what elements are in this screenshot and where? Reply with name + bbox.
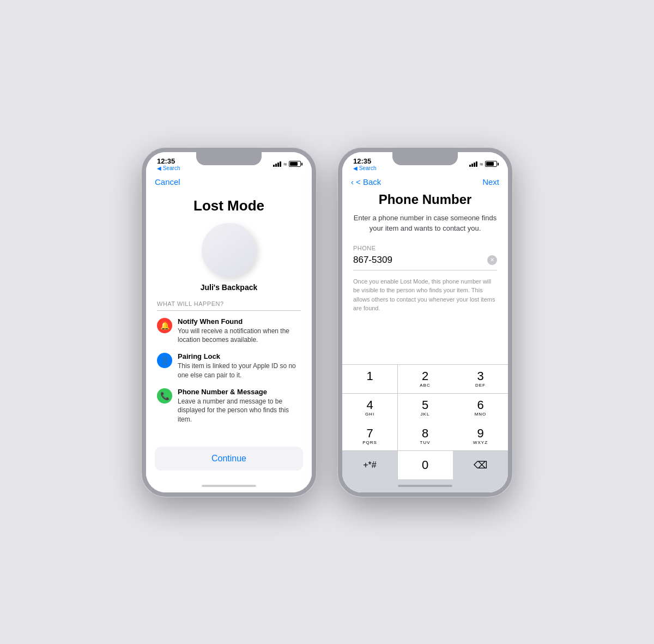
notch bbox=[196, 152, 262, 165]
status-icons-left: ≈ bbox=[273, 161, 301, 167]
keypad-grid: 1 2 ABC 3 DEF 4 GHI 5 JKL bbox=[342, 365, 508, 479]
status-time-right: 12:35 bbox=[353, 157, 376, 165]
key-7-num: 7 bbox=[366, 428, 373, 440]
phone-input-value[interactable]: 867-5309 bbox=[353, 255, 483, 266]
back-label: < Back bbox=[356, 177, 381, 186]
status-time-left: 12:35 bbox=[157, 157, 180, 165]
pairing-icon: 👤 bbox=[157, 353, 172, 368]
key-1-num: 1 bbox=[366, 370, 373, 382]
backspace-icon: ⌫ bbox=[474, 459, 487, 471]
key-9[interactable]: 9 WXYZ bbox=[453, 422, 508, 450]
signal-bars-right bbox=[469, 161, 477, 167]
airtag-image bbox=[202, 223, 256, 278]
key-8-letters: TUV bbox=[420, 440, 431, 445]
notify-title: Notify When Found bbox=[178, 317, 301, 326]
wifi-icon-left: ≈ bbox=[283, 161, 287, 167]
key-6[interactable]: 6 MNO bbox=[453, 394, 508, 422]
key-0-num: 0 bbox=[422, 459, 428, 471]
key-5-letters: JKL bbox=[421, 412, 430, 417]
key-2-letters: ABC bbox=[420, 383, 430, 388]
key-5-num: 5 bbox=[422, 399, 428, 411]
status-icons-right: ≈ bbox=[469, 161, 497, 167]
phone-num-title: Phone Number bbox=[353, 192, 497, 207]
phone-feature-title: Phone Number & Message bbox=[178, 388, 301, 396]
key-2-num: 2 bbox=[422, 370, 428, 382]
key-6-num: 6 bbox=[477, 399, 483, 411]
key-6-letters: MNO bbox=[475, 412, 487, 417]
key-1[interactable]: 1 bbox=[342, 365, 397, 393]
cancel-button[interactable]: Cancel bbox=[155, 177, 180, 186]
home-indicator-right bbox=[342, 479, 508, 492]
key-9-num: 9 bbox=[477, 428, 483, 440]
phone-num-desc: Enter a phone number in case someone fin… bbox=[353, 213, 497, 234]
pairing-title: Pairing Lock bbox=[178, 352, 301, 360]
pairing-desc: This item is linked to your Apple ID so … bbox=[178, 362, 301, 380]
battery-icon-right bbox=[485, 161, 497, 167]
key-8-num: 8 bbox=[422, 428, 428, 440]
key-3-num: 3 bbox=[477, 370, 483, 382]
feature-phone: 📞 Phone Number & Message Leave a number … bbox=[157, 388, 301, 424]
key-1-letters bbox=[369, 383, 371, 388]
phone-input-row[interactable]: 867-5309 ✕ bbox=[353, 255, 497, 270]
notify-desc: You will receive a notification when the… bbox=[178, 327, 301, 345]
key-9-letters: WXYZ bbox=[473, 440, 488, 445]
key-2[interactable]: 2 ABC bbox=[398, 365, 453, 393]
key-8[interactable]: 8 TUV bbox=[398, 422, 453, 450]
notch-right bbox=[392, 152, 458, 165]
lost-mode-title: Lost Mode bbox=[193, 197, 264, 214]
clear-icon[interactable]: ✕ bbox=[487, 255, 497, 265]
feature-pairing: 👤 Pairing Lock This item is linked to yo… bbox=[157, 352, 301, 380]
input-section: PHONE 867-5309 ✕ bbox=[353, 245, 497, 270]
phone-num-body: Phone Number Enter a phone number in cas… bbox=[342, 192, 508, 365]
key-backspace[interactable]: ⌫ bbox=[453, 451, 508, 479]
phone-feature-icon: 📞 bbox=[157, 388, 172, 404]
key-symbols[interactable]: +*# bbox=[342, 451, 397, 479]
lost-mode-body: Lost Mode Juli's Backpack WHAT WILL HAPP… bbox=[146, 192, 312, 441]
right-phone-frame: 12:35 ◀ Search ≈ ‹ < Back bbox=[338, 148, 512, 497]
key-4-num: 4 bbox=[366, 399, 373, 411]
continue-button[interactable]: Continue bbox=[155, 447, 303, 471]
keypad-container: 1 2 ABC 3 DEF 4 GHI 5 JKL bbox=[342, 364, 508, 479]
continue-section: Continue bbox=[146, 441, 312, 479]
home-indicator-left bbox=[146, 479, 312, 492]
wifi-icon-right: ≈ bbox=[480, 161, 483, 167]
signal-bars-left bbox=[273, 161, 281, 167]
nav-search-right: ◀ Search bbox=[353, 165, 376, 171]
key-7-letters: PQRS bbox=[362, 440, 377, 445]
nav-search-left: ◀ Search bbox=[157, 165, 180, 171]
battery-icon-left bbox=[289, 161, 301, 167]
phone-num-nav: ‹ < Back Next bbox=[342, 172, 508, 192]
feature-notify: 🔔 Notify When Found You will receive a n… bbox=[157, 317, 301, 345]
section-label: WHAT WILL HAPPEN? bbox=[157, 300, 301, 311]
key-4[interactable]: 4 GHI bbox=[342, 394, 397, 422]
back-button[interactable]: ‹ < Back bbox=[351, 177, 381, 186]
left-phone-frame: 12:35 ◀ Search ≈ Cancel bbox=[142, 148, 316, 497]
key-5[interactable]: 5 JKL bbox=[398, 394, 453, 422]
device-name: Juli's Backpack bbox=[201, 283, 258, 292]
feature-list: 🔔 Notify When Found You will receive a n… bbox=[157, 317, 301, 432]
next-button[interactable]: Next bbox=[482, 177, 499, 186]
phone-input-label: PHONE bbox=[353, 245, 497, 251]
phone-feature-desc: Leave a number and message to be display… bbox=[178, 397, 301, 424]
lost-mode-content: Lost Mode Juli's Backpack WHAT WILL HAPP… bbox=[146, 192, 312, 441]
key-symbols-label: +*# bbox=[363, 461, 376, 470]
key-4-letters: GHI bbox=[365, 412, 374, 417]
key-7[interactable]: 7 PQRS bbox=[342, 422, 397, 450]
key-3-letters: DEF bbox=[475, 383, 486, 388]
key-0[interactable]: 0 bbox=[398, 451, 453, 479]
key-3[interactable]: 3 DEF bbox=[453, 365, 508, 393]
notify-icon: 🔔 bbox=[157, 318, 172, 333]
info-text: Once you enable Lost Mode, this phone nu… bbox=[353, 277, 497, 313]
chevron-left-icon: ‹ bbox=[351, 177, 354, 186]
lost-mode-nav: Cancel bbox=[146, 172, 312, 192]
